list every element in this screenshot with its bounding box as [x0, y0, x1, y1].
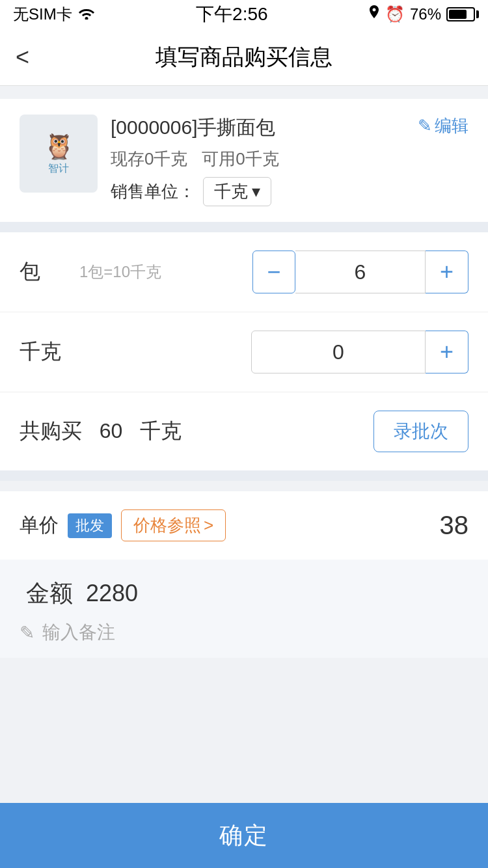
price-label: 单价 — [20, 512, 59, 539]
product-thumb-label: 智计 — [48, 162, 69, 176]
status-time: 下午2:56 — [196, 2, 268, 27]
note-row[interactable]: ✎ 输入备注 — [20, 620, 468, 645]
back-button[interactable]: < — [16, 44, 29, 71]
available-label: 可用0千克 — [202, 149, 278, 169]
section-divider-2 — [0, 470, 488, 481]
confirm-button[interactable]: 确定 — [0, 803, 488, 868]
page-title: 填写商品购买信息 — [156, 42, 332, 72]
bao-label: 包 — [20, 258, 72, 286]
price-ref-button[interactable]: 价格参照 > — [121, 509, 226, 541]
note-placeholder: 输入备注 — [42, 620, 115, 645]
qianke-control: + — [251, 331, 468, 373]
unit-value: 千克 — [214, 180, 248, 203]
edit-button[interactable]: ✎ 编辑 — [418, 115, 468, 137]
bao-input-row: 包 1包=10千克 − + — [0, 232, 488, 312]
price-label-group: 单价 批发 价格参照 > — [20, 509, 226, 541]
bao-input[interactable] — [295, 251, 426, 293]
product-name: [0000006]手撕面包 — [111, 115, 468, 141]
input-section: 包 1包=10千克 − + 千克 + — [0, 232, 488, 392]
nav-bar: < 填写商品购买信息 — [0, 29, 488, 86]
product-info: [0000006]手撕面包 现存0千克 可用0千克 销售单位： 千克 ▾ — [111, 115, 468, 206]
amount-label: 金额 — [26, 580, 73, 606]
section-divider-1 — [0, 222, 488, 232]
dropdown-arrow-icon: ▾ — [252, 182, 260, 202]
wifi-icon — [77, 5, 96, 23]
product-thumbnail: 🦉 智计 — [20, 115, 98, 193]
summary-amount: 60 — [100, 419, 123, 442]
location-icon — [368, 5, 380, 23]
alarm-icon: ⏰ — [385, 5, 405, 23]
price-ref-arrow-icon: > — [204, 515, 213, 536]
summary-row: 共购买 60 千克 录批次 — [0, 392, 488, 470]
price-value: 38 — [440, 511, 469, 540]
summary-unit: 千克 — [140, 419, 182, 442]
status-left: 无SIM卡 — [13, 4, 96, 25]
qianke-input-row: 千克 + — [0, 312, 488, 392]
summary-text: 共购买 60 千克 — [20, 417, 182, 446]
battery-percent: 76% — [410, 5, 441, 23]
price-badge: 批发 — [68, 513, 112, 538]
bao-hint: 1包=10千克 — [79, 262, 252, 282]
price-section: 单价 批发 价格参照 > 38 — [0, 491, 488, 560]
price-ref-label: 价格参照 — [133, 514, 201, 537]
status-bar: 无SIM卡 下午2:56 ⏰ 76% — [0, 0, 488, 29]
battery-icon — [446, 7, 475, 21]
summary-label: 共购买 — [20, 419, 82, 442]
amount-section: 金额 2280 ✎ 输入备注 — [0, 560, 488, 658]
edit-icon: ✎ — [418, 116, 432, 136]
edit-label: 编辑 — [435, 115, 468, 137]
unit-selector[interactable]: 千克 ▾ — [203, 177, 271, 206]
product-unit-row: 销售单位： 千克 ▾ — [111, 177, 468, 206]
qianke-input[interactable] — [251, 331, 426, 373]
product-card: 🦉 智计 [0000006]手撕面包 现存0千克 可用0千克 销售单位： 千克 … — [0, 99, 488, 222]
carrier-label: 无SIM卡 — [13, 4, 72, 25]
bao-increment-button[interactable]: + — [426, 251, 468, 293]
status-right: ⏰ 76% — [368, 5, 475, 23]
unit-prefix: 销售单位： — [111, 180, 195, 203]
stock-label: 现存0千克 — [111, 149, 187, 169]
amount-row: 金额 2280 — [20, 578, 468, 610]
product-thumb-icon: 🦉 — [44, 132, 74, 161]
pencil-icon: ✎ — [20, 622, 34, 644]
product-stock: 现存0千克 可用0千克 — [111, 148, 468, 170]
bao-decrement-button[interactable]: − — [252, 251, 295, 293]
batch-button[interactable]: 录批次 — [373, 411, 468, 452]
qianke-label: 千克 — [20, 338, 72, 366]
amount-value: 2280 — [86, 580, 138, 606]
qianke-increment-button[interactable]: + — [426, 331, 468, 373]
bao-control: − + — [252, 251, 468, 293]
